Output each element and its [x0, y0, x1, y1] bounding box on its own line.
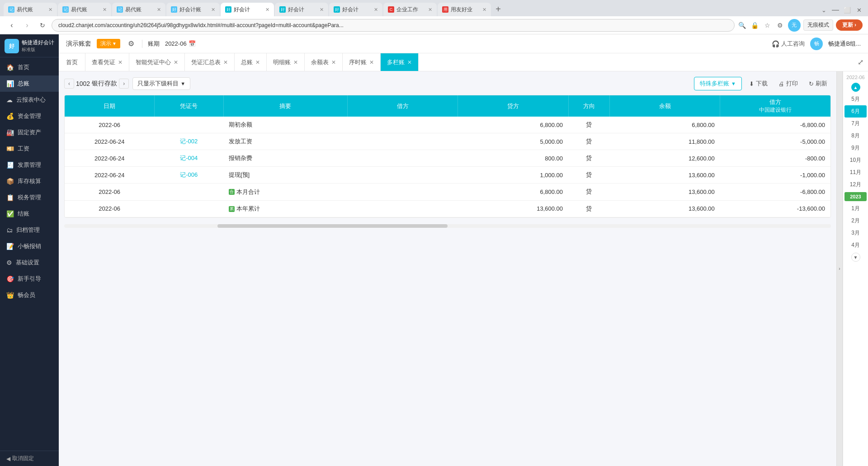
sidebar-item-reports[interactable]: ☁ 云报表中心 [0, 92, 59, 108]
sidebar-item-guide[interactable]: 🎯 新手引导 [0, 271, 59, 287]
voucher-link[interactable]: 记-006 [180, 171, 198, 178]
tab-close-8[interactable]: ✕ [428, 7, 432, 13]
extension-icon[interactable]: ⚙ [775, 20, 785, 30]
window-restore-button[interactable]: ⬜ [842, 5, 853, 15]
tab-sequential-close[interactable]: ✕ [369, 59, 374, 66]
tab-voucher-summary-close[interactable]: ✕ [223, 59, 228, 66]
collapse-panel-button[interactable]: › [836, 71, 843, 466]
month-item-4[interactable]: 4月 [844, 239, 867, 251]
sidebar-item-settings[interactable]: ⚙ 基础设置 [0, 254, 59, 271]
tab-general-ledger[interactable]: 总账 ✕ [235, 53, 267, 71]
voucher-link[interactable]: 记-004 [180, 155, 198, 161]
account-next-button[interactable]: › [119, 79, 129, 89]
month-item-7[interactable]: 7月 [844, 118, 867, 130]
security-icon[interactable]: 🔒 [750, 20, 760, 30]
window-minimize-button[interactable]: — [830, 5, 841, 15]
update-button[interactable]: 更新 › [836, 19, 863, 31]
tab-balance-close[interactable]: ✕ [331, 59, 336, 66]
reload-button[interactable]: ↻ [36, 19, 49, 32]
account-prev-button[interactable]: ‹ [64, 79, 74, 89]
add-tab-button[interactable]: + [492, 3, 505, 15]
tab-multi-col-close[interactable]: ✕ [407, 59, 412, 66]
consultant-button[interactable]: 🎧 人工咨询 [772, 40, 805, 48]
tab-voucher-view-close[interactable]: ✕ [118, 59, 123, 66]
download-button[interactable]: ⬇ 下载 [745, 78, 771, 89]
browser-tab-6[interactable]: 好 好会计 ✕ [275, 3, 328, 16]
sidebar-item-tax[interactable]: 📋 税务管理 [0, 189, 59, 206]
browser-tab-2[interactable]: 记 易代账 ✕ [58, 3, 111, 16]
horizontal-scrollbar[interactable] [64, 224, 831, 228]
browser-tab-5[interactable]: 好 好会计 ✕ [221, 3, 274, 16]
tab-detail-ledger[interactable]: 明细账 ✕ [267, 53, 305, 71]
tab-home[interactable]: 首页 [59, 53, 85, 71]
tab-voucher-summary[interactable]: 凭证汇总表 ✕ [185, 53, 235, 71]
browser-tab-7[interactable]: 好 好会计 ✕ [329, 3, 382, 16]
tab-general-ledger-close[interactable]: ✕ [255, 59, 260, 66]
tab-balance[interactable]: 余额表 ✕ [305, 53, 343, 71]
tab-voucher-view[interactable]: 查看凭证 ✕ [85, 53, 129, 71]
sub-filter-button[interactable]: 只显示下级科目 ▼ [132, 77, 190, 90]
tab-close-3[interactable]: ✕ [157, 7, 161, 13]
unpin-button[interactable]: ◀ 取消固定 [6, 455, 52, 462]
tab-close-2[interactable]: ✕ [103, 7, 107, 13]
settings-gear-button[interactable]: ⚙ [126, 38, 137, 49]
month-item-1[interactable]: 1月 [844, 202, 867, 215]
sidebar-item-archive[interactable]: 🗂 归档管理 [0, 222, 59, 238]
tab-close-7[interactable]: ✕ [374, 7, 378, 13]
sidebar-item-close[interactable]: ✅ 结账 [0, 206, 59, 222]
month-item-2[interactable]: 2月 [844, 215, 867, 227]
sidebar-item-inventory[interactable]: 📦 库存核算 [0, 173, 59, 189]
cell-voucher[interactable]: 记-002 [154, 133, 223, 150]
month-item-11[interactable]: 11月 [844, 166, 867, 179]
tab-close-6[interactable]: ✕ [320, 7, 324, 13]
print-button[interactable]: 🖨 打印 [775, 78, 802, 89]
multi-col-button[interactable]: 特殊多栏账 ▼ [694, 77, 742, 90]
window-close-button[interactable]: ✕ [854, 5, 864, 15]
refresh-button[interactable]: ↻ 刷新 [805, 78, 831, 89]
tab-smart-voucher-close[interactable]: ✕ [174, 59, 178, 66]
tab-close-9[interactable]: ✕ [482, 7, 486, 13]
panel-down-arrow[interactable]: ▼ [851, 253, 860, 262]
month-item-9[interactable]: 9月 [844, 142, 867, 154]
scrollbar-thumb[interactable] [217, 224, 448, 228]
sidebar-item-ledger[interactable]: 📊 总账 [0, 75, 59, 92]
back-button[interactable]: ‹ [5, 19, 18, 32]
window-list-button[interactable]: ⌄ [818, 5, 829, 15]
tab-expand-button[interactable]: ⤢ [853, 53, 868, 71]
browser-tab-4[interactable]: 好 好会计账 ✕ [166, 3, 220, 16]
cell-voucher[interactable]: 记-004 [154, 150, 223, 167]
period-selector[interactable]: 2022-06 📅 [165, 40, 196, 47]
profile-icon[interactable]: 无 [788, 19, 801, 32]
tab-detail-ledger-close[interactable]: ✕ [293, 59, 298, 66]
star-icon[interactable]: ☆ [763, 20, 773, 30]
sidebar-item-expense[interactable]: 📝 小畅报销 [0, 238, 59, 254]
tab-close-1[interactable]: ✕ [48, 7, 52, 13]
month-item-10[interactable]: 10月 [844, 154, 867, 166]
month-item-5[interactable]: 5月 [844, 93, 867, 105]
sidebar-item-invoice[interactable]: 🧾 发票管理 [0, 157, 59, 173]
address-input[interactable] [52, 19, 735, 32]
month-item-3[interactable]: 3月 [844, 227, 867, 239]
wuhen-button[interactable]: 无痕模式 [803, 19, 833, 31]
month-item-12[interactable]: 12月 [844, 179, 867, 191]
browser-tab-9[interactable]: 用 用友好业 ✕ [438, 3, 491, 16]
tab-smart-voucher[interactable]: 智能凭证中心 ✕ [129, 53, 185, 71]
sidebar-item-assets[interactable]: 🏭 固定资产 [0, 124, 59, 141]
sidebar-item-salary[interactable]: 💴 工资 [0, 141, 59, 157]
voucher-link[interactable]: 记-002 [180, 138, 198, 145]
sidebar-item-home[interactable]: 🏠 首页 [0, 59, 59, 75]
user-avatar[interactable]: 畅 [810, 38, 823, 50]
tab-close-5[interactable]: ✕ [265, 7, 269, 13]
sidebar-item-member[interactable]: 👑 畅会员 [0, 287, 59, 303]
month-item-8[interactable]: 8月 [844, 130, 867, 142]
browser-tab-3[interactable]: 记 易代账 ✕ [112, 3, 165, 16]
browser-tab-8[interactable]: C 企业工作 ✕ [383, 3, 437, 16]
tab-sequential[interactable]: 序时账 ✕ [343, 53, 381, 71]
tab-multi-col[interactable]: 多栏账 ✕ [381, 53, 419, 71]
cell-voucher[interactable]: 记-006 [154, 167, 223, 184]
search-icon[interactable]: 🔍 [737, 20, 747, 30]
forward-button[interactable]: › [21, 19, 33, 32]
browser-tab-1[interactable]: 记 易代账 ✕ [4, 3, 57, 16]
tab-close-4[interactable]: ✕ [211, 7, 215, 13]
month-item-6[interactable]: 6月 [844, 105, 867, 118]
